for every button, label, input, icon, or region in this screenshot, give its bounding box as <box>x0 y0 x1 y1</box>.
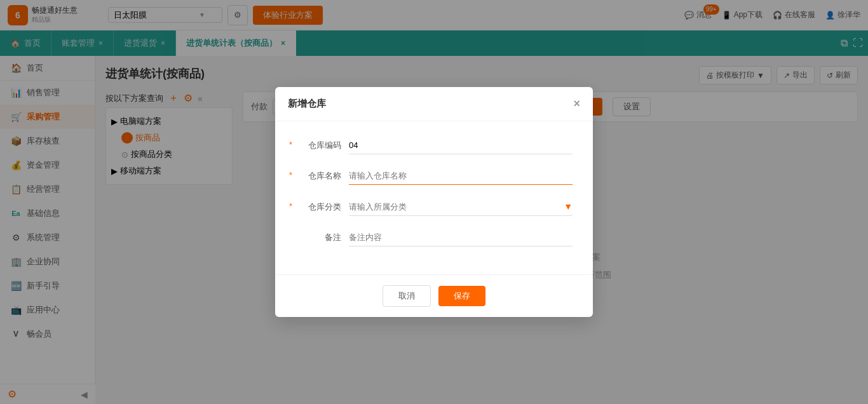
category-input[interactable] <box>349 202 564 212</box>
category-select-wrap[interactable]: ▼ <box>349 198 573 216</box>
form-row-category: 仓库分类 ▼ <box>295 198 573 216</box>
form-row-name: 仓库名称 <box>295 167 573 185</box>
new-warehouse-modal: 新增仓库 × 仓库编码 仓库名称 仓库分类 ▼ 备注 取消 保存 <box>275 87 593 317</box>
category-dropdown-icon[interactable]: ▼ <box>564 201 573 212</box>
name-label: 仓库名称 <box>295 170 341 182</box>
cancel-button[interactable]: 取消 <box>383 285 431 307</box>
save-button[interactable]: 保存 <box>438 286 485 306</box>
code-label: 仓库编码 <box>295 140 341 151</box>
modal-title: 新增仓库 <box>288 98 326 110</box>
modal-close-button[interactable]: × <box>573 97 580 111</box>
form-row-code: 仓库编码 <box>295 137 573 154</box>
name-input[interactable] <box>349 167 573 185</box>
modal-body: 仓库编码 仓库名称 仓库分类 ▼ 备注 <box>275 121 593 274</box>
note-label: 备注 <box>295 232 341 243</box>
modal-header: 新增仓库 × <box>275 87 593 121</box>
code-input[interactable] <box>349 137 573 154</box>
form-row-note: 备注 <box>295 229 573 246</box>
modal-footer: 取消 保存 <box>275 274 593 317</box>
note-input[interactable] <box>349 229 573 246</box>
category-label: 仓库分类 <box>295 201 341 213</box>
